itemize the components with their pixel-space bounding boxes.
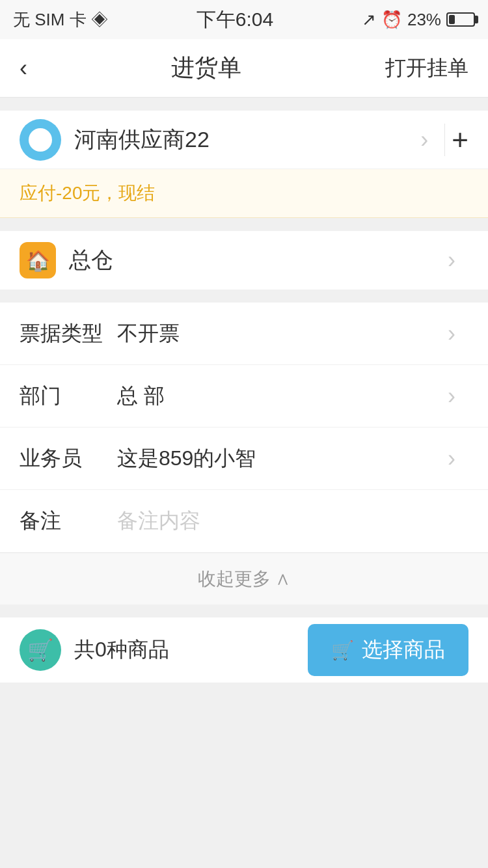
status-time: 下午6:04: [197, 7, 273, 33]
supplier-avatar: [20, 119, 61, 161]
supplier-name: 河南供应商22: [74, 125, 420, 155]
remark-row[interactable]: 备注 备注内容: [0, 490, 488, 552]
salesperson-chevron-icon: ›: [448, 445, 455, 472]
salesperson-value: 这是859的小智: [117, 444, 448, 473]
back-button[interactable]: ‹: [20, 55, 27, 82]
select-btn-icon: 🛒: [331, 640, 354, 661]
invoice-type-value: 不开票: [117, 319, 448, 348]
avatar-inner: [29, 128, 52, 152]
select-btn-label: 选择商品: [362, 636, 445, 664]
notice-bar: 应付-20元，现结: [0, 169, 488, 218]
remark-label: 备注: [20, 507, 104, 536]
supplier-chevron-icon: ›: [420, 126, 428, 154]
supplier-row[interactable]: 河南供应商22 › +: [0, 111, 488, 169]
location-icon: ↗: [362, 10, 376, 30]
department-chevron-icon: ›: [448, 383, 455, 410]
invoice-type-label: 票据类型: [20, 319, 104, 348]
salesperson-row[interactable]: 业务员 这是859的小智 ›: [0, 427, 488, 490]
product-icon: 🛒: [20, 629, 61, 671]
warehouse-section[interactable]: 🏠 总仓 ›: [0, 231, 488, 290]
vertical-divider: [444, 124, 445, 156]
remark-input[interactable]: 备注内容: [117, 507, 468, 536]
open-pending-button[interactable]: 打开挂单: [385, 54, 468, 83]
nav-bar: ‹ 进货单 打开挂单: [0, 39, 488, 98]
warehouse-icon-glyph: 🏠: [26, 249, 50, 272]
warehouse-name: 总仓: [69, 245, 448, 275]
department-row[interactable]: 部门 总 部 ›: [0, 365, 488, 427]
status-bar: 无 SIM 卡 ◈ 下午6:04 ↗ ⏰ 23%: [0, 0, 488, 39]
invoice-type-chevron-icon: ›: [448, 320, 455, 347]
section-divider-1: [0, 98, 488, 111]
department-label: 部门: [20, 382, 104, 411]
battery-percent: 23%: [407, 10, 441, 30]
status-right: ↗ ⏰ 23%: [362, 10, 475, 30]
product-icon-glyph: 🛒: [27, 638, 53, 662]
department-value: 总 部: [117, 382, 448, 411]
section-gap-2: [0, 290, 488, 303]
page-title: 进货单: [171, 52, 241, 84]
add-supplier-button[interactable]: +: [452, 126, 468, 154]
warehouse-row[interactable]: 🏠 总仓 ›: [0, 231, 488, 290]
salesperson-label: 业务员: [20, 444, 104, 473]
form-section: 票据类型 不开票 › 部门 总 部 › 业务员 这是859的小智 › 备注 备注…: [0, 303, 488, 552]
product-count-label: 共0种商品: [74, 636, 308, 664]
select-product-button[interactable]: 🛒 选择商品: [308, 624, 468, 676]
alarm-icon: ⏰: [381, 10, 402, 30]
status-left: 无 SIM 卡 ◈: [13, 8, 108, 31]
invoice-type-row[interactable]: 票据类型 不开票 ›: [0, 303, 488, 365]
warehouse-icon: 🏠: [20, 242, 56, 278]
battery-icon: [446, 12, 475, 27]
supplier-section: 河南供应商22 › + 应付-20元，现结: [0, 111, 488, 218]
collapse-button[interactable]: 收起更多 ∧: [0, 552, 488, 604]
sim-status: 无 SIM 卡 ◈: [13, 8, 108, 31]
section-gap-1: [0, 218, 488, 231]
warehouse-chevron-icon: ›: [448, 247, 455, 274]
bottom-bar: 🛒 共0种商品 🛒 选择商品: [0, 617, 488, 683]
